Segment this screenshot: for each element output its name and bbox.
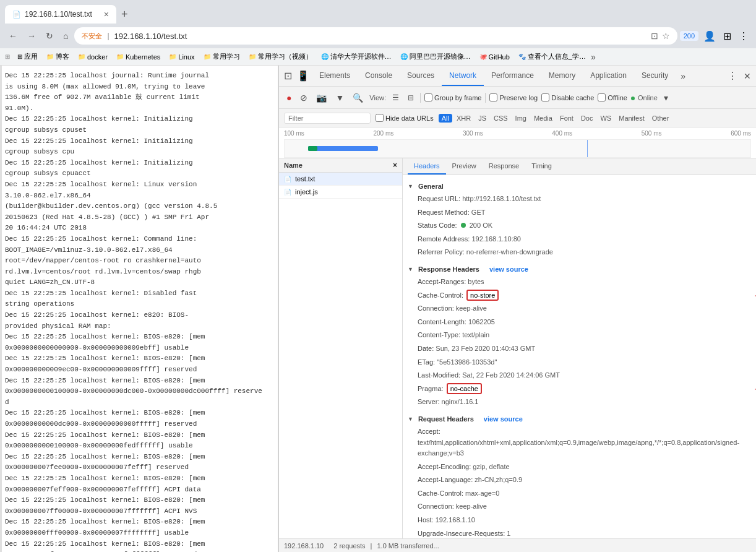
- offline-checkbox[interactable]: [598, 93, 606, 101]
- reqh-val-5: 192.168.1.10: [436, 516, 475, 524]
- offline-label[interactable]: Offline: [598, 93, 627, 101]
- general-section-header[interactable]: ▼ General: [408, 180, 751, 192]
- devtools-close-btn[interactable]: ✕: [741, 69, 754, 83]
- bookmark-study[interactable]: 📁 常用学习: [200, 51, 244, 63]
- bookmark-blog[interactable]: 📁 博客: [43, 51, 73, 63]
- bookmark-tsinghua[interactable]: 🌐 清华大学开源软件…: [317, 51, 395, 63]
- browser-tab[interactable]: 📄 192.168.1.10/test.txt ×: [5, 5, 116, 24]
- extensions-icon[interactable]: ⊞: [721, 29, 734, 43]
- request-view-source-link[interactable]: view source: [484, 415, 523, 423]
- throttle-dropdown-btn[interactable]: ▾: [661, 92, 671, 104]
- forward-button[interactable]: →: [24, 28, 40, 43]
- filter-btn[interactable]: ▼: [333, 92, 346, 104]
- reqh-key-0: Accept:: [418, 428, 440, 435]
- detail-tab-timing[interactable]: Timing: [525, 158, 558, 175]
- group-by-frame-label[interactable]: Group by frame: [424, 93, 481, 101]
- back-button[interactable]: ←: [5, 28, 21, 43]
- reqh-3: Cache-Control: max-age=0: [408, 487, 751, 501]
- preserve-log-label[interactable]: Preserve log: [489, 93, 538, 101]
- tab-close-btn[interactable]: ×: [104, 9, 109, 19]
- disable-cache-checkbox[interactable]: [541, 93, 549, 101]
- detail-tab-response[interactable]: Response: [483, 158, 526, 175]
- bookmarks-more[interactable]: »: [591, 52, 596, 62]
- preserve-log-checkbox[interactable]: [489, 93, 497, 101]
- bookmark-github[interactable]: 🐙 GitHub: [476, 52, 513, 62]
- request-headers-section[interactable]: ▼ Request Headers view source: [408, 413, 751, 425]
- detail-tab-preview[interactable]: Preview: [446, 158, 483, 175]
- response-headers-section[interactable]: ▼ Response Headers view source: [408, 263, 751, 275]
- stop-btn[interactable]: ⊘: [298, 92, 310, 104]
- detail-panel: Headers Preview Response Timing ▼ Genera…: [403, 158, 756, 538]
- refresh-button[interactable]: ↻: [42, 28, 57, 43]
- profile-icon[interactable]: 👤: [701, 29, 718, 43]
- filter-manifest[interactable]: Manifest: [616, 114, 648, 123]
- filter-css[interactable]: CSS: [491, 114, 511, 123]
- filter-font[interactable]: Font: [557, 114, 577, 123]
- reqh-val-4: keep-alive: [456, 502, 487, 510]
- group-by-frame-checkbox[interactable]: [424, 93, 432, 101]
- reqh-val-6: 1: [507, 530, 510, 537]
- timeline-graph: [284, 139, 751, 158]
- hide-data-urls-checkbox[interactable]: [376, 114, 384, 122]
- new-tab-button[interactable]: +: [116, 8, 133, 21]
- bookmark-study-video[interactable]: 📁 常用学习（视频）: [245, 51, 316, 63]
- view-grid-btn[interactable]: ⊟: [405, 92, 416, 103]
- request-name-1: inject.js: [295, 188, 318, 196]
- online-dot: [631, 97, 635, 100]
- devtools-settings-btn[interactable]: ⋮: [725, 69, 740, 83]
- tab-network[interactable]: Network: [442, 66, 484, 86]
- tab-security[interactable]: Security: [634, 66, 676, 86]
- hide-data-urls-label[interactable]: Hide data URLs: [376, 114, 434, 122]
- reqh-val-1: gzip, deflate: [473, 463, 509, 470]
- tab-console[interactable]: Console: [358, 66, 400, 86]
- filter-media[interactable]: Media: [531, 114, 556, 123]
- filter-xhr[interactable]: XHR: [453, 114, 474, 123]
- filter-ws[interactable]: WS: [597, 114, 614, 123]
- bookmark-profile[interactable]: 🐾 查看个人信息_学…: [515, 51, 590, 63]
- request-list-header: Name ×: [279, 158, 402, 173]
- filter-other[interactable]: Other: [649, 114, 672, 123]
- menu-icon[interactable]: ⋮: [736, 29, 751, 43]
- response-headers-title: Response Headers: [418, 265, 479, 273]
- reqh-key-6: Upgrade-Insecure-Requests:: [418, 530, 505, 537]
- tab-memory[interactable]: Memory: [541, 66, 583, 86]
- disable-cache-label[interactable]: Disable cache: [541, 93, 594, 101]
- request-item-0[interactable]: 📄 test.txt: [279, 173, 402, 186]
- bookmark-docker[interactable]: 📁 docker: [74, 52, 111, 62]
- search-btn[interactable]: 🔍: [350, 92, 366, 104]
- star-icon[interactable]: ☆: [662, 31, 670, 41]
- filter-input[interactable]: [284, 113, 371, 124]
- bookmarks-bar: ⊞ ⊞ 应用 📁 博客 📁 docker 📁 Kubernetes 📁 Linu…: [0, 48, 756, 66]
- devtools-device-btn[interactable]: 📱: [294, 69, 312, 83]
- filter-all[interactable]: All: [439, 114, 452, 123]
- rh-key-3: Content-Length:: [418, 318, 466, 326]
- address-input-wrap[interactable]: 不安全 | 192.168.1.10/test.txt ⊡ ☆: [74, 27, 677, 45]
- tab-application[interactable]: Application: [583, 66, 634, 86]
- screenshot-btn[interactable]: 📷: [314, 92, 329, 104]
- rh-val-4: text/plain: [462, 331, 489, 339]
- bookmark-kubernetes[interactable]: 📁 Kubernetes: [113, 52, 164, 62]
- tab-elements[interactable]: Elements: [312, 66, 358, 86]
- close-detail-btn[interactable]: ×: [393, 161, 397, 170]
- bookmark-alibaba[interactable]: 🌐 阿里巴巴开源镜像…: [397, 51, 475, 63]
- reqh-val-3: max-age=0: [465, 489, 499, 497]
- devtools-inspect-btn[interactable]: ⊡: [281, 69, 294, 83]
- timeline-label-2: 300 ms: [463, 130, 483, 137]
- tab-performance[interactable]: Performance: [484, 66, 541, 86]
- detail-tab-headers[interactable]: Headers: [408, 158, 446, 175]
- status-key: Status Code:: [418, 222, 457, 229]
- home-button[interactable]: ⌂: [59, 28, 72, 43]
- request-item-1[interactable]: 📄 inject.js: [279, 186, 402, 199]
- filter-js[interactable]: JS: [475, 114, 489, 123]
- request-area: Name × 📄 test.txt 📄 inject.js Headers Pr…: [279, 158, 756, 538]
- waterfall-bar-1: [308, 146, 378, 151]
- record-btn[interactable]: ●: [284, 92, 294, 104]
- devtools-overflow-btn[interactable]: »: [676, 69, 690, 84]
- tab-sources[interactable]: Sources: [400, 66, 442, 86]
- bookmark-apps[interactable]: ⊞ 应用: [14, 51, 41, 63]
- filter-img[interactable]: Img: [512, 114, 530, 123]
- response-view-source-link[interactable]: view source: [489, 265, 528, 273]
- view-list-btn[interactable]: ☰: [390, 92, 402, 103]
- filter-doc[interactable]: Doc: [578, 114, 596, 123]
- bookmark-linux[interactable]: 📁 Linux: [165, 52, 198, 62]
